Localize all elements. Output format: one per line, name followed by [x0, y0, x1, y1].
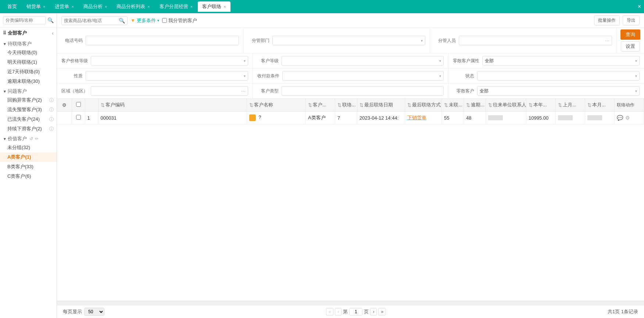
row-more-icon[interactable]: ⚙	[625, 115, 630, 121]
filter-more-conditions[interactable]: ▼ 更多条件 ▾	[130, 17, 159, 24]
table-header-no-contact[interactable]: ⇅未联...	[442, 99, 464, 112]
export-button[interactable]: 导出	[623, 15, 640, 25]
filter-cell-region: 区域（地区） ···	[57, 84, 253, 98]
table-header-this-month[interactable]: ⇅本月...	[585, 99, 615, 112]
first-page-button[interactable]: «	[326, 308, 334, 315]
retail-attr-select[interactable]: 全部 ▾	[482, 56, 640, 66]
nav-tab-analysis[interactable]: 商品分析 ×	[79, 1, 111, 12]
sidebar-item-7days-pending[interactable]: 近7天待联络(0)	[0, 67, 57, 77]
query-button[interactable]: 查询	[620, 29, 640, 40]
table-header-last-month[interactable]: ⇅上月...	[556, 99, 585, 112]
query-buttons-cell: 查询 设置	[617, 28, 644, 53]
person-filter-dots[interactable]: ···	[605, 38, 609, 43]
table-header-contact[interactable]: ⇅联络...	[335, 99, 357, 112]
dept-filter-select[interactable]: ▾	[272, 36, 426, 45]
region-dots[interactable]: ···	[241, 88, 246, 94]
filter-cell-price-tier: 客户价格等级 ▾	[57, 53, 253, 68]
table-gear-icon[interactable]: ⚙	[62, 102, 67, 108]
customer-tier-label: 客户等级	[257, 58, 279, 64]
sales-tab-label: 销货单	[26, 3, 41, 10]
setting-button[interactable]: 设置	[621, 41, 640, 52]
window-close-icon[interactable]: ×	[638, 3, 641, 10]
sidebar-item-repurchase-abnormal[interactable]: 回购异常客户(2) ⓘ	[0, 95, 57, 105]
analysis-tab-close[interactable]: ×	[105, 4, 107, 9]
sidebar-item-declining[interactable]: 持续下滑客户(2) ⓘ	[0, 124, 57, 134]
my-customer-checkbox[interactable]	[162, 18, 167, 23]
sidebar-item-today-pending[interactable]: 今天待联络(0)	[0, 48, 57, 57]
last-page-button[interactable]: »	[378, 308, 386, 315]
customer-tier-tab-close[interactable]: ×	[190, 4, 193, 9]
table-header-this-year[interactable]: ⇅本年...	[526, 99, 556, 112]
analysis-list-tab-close[interactable]: ×	[147, 4, 150, 9]
nav-tab-customer-tier[interactable]: 客户分层经营 ×	[155, 1, 197, 12]
sidebar-item-class-c[interactable]: C类客户(6)	[0, 172, 57, 181]
home-tab-label: 首页	[7, 3, 17, 10]
payment-select[interactable]: ▾	[282, 71, 444, 81]
sidebar-item-overdue-contact[interactable]: 逾期未联络(30)	[0, 77, 57, 86]
customer-tier-arrow: ▾	[439, 59, 441, 63]
page-size-select[interactable]: 50 10 20 100	[84, 308, 104, 316]
next-page-button[interactable]: ›	[370, 308, 377, 315]
table-header-overdue[interactable]: ⇅逾期...	[464, 99, 486, 112]
sidebar-item-class-a[interactable]: A类客户(1)	[0, 152, 57, 162]
row-last-method[interactable]: 下销货单	[407, 115, 426, 120]
phone-input-field[interactable]	[88, 38, 236, 43]
nav-tab-purchase[interactable]: 进货单 ×	[50, 1, 78, 12]
nav-tab-customer-contact[interactable]: 客户联络 ×	[198, 1, 230, 12]
customer-type-label: 客户类型	[257, 88, 279, 94]
row-checkbox[interactable]	[76, 115, 81, 120]
price-tier-select[interactable]: ▾	[91, 56, 248, 66]
table-header-last-date[interactable]: ⇅最后联络日期	[357, 99, 405, 112]
sidebar-item-churn-warning[interactable]: 流失预警客户(3) ⓘ	[0, 105, 57, 114]
row-num: 1	[87, 115, 90, 121]
prev-page-button[interactable]: ‹	[335, 308, 341, 315]
sort-icon-code: ⇅	[101, 102, 105, 108]
my-customer-filter: 我分管的客户	[162, 17, 197, 24]
retail-customer-select[interactable]: 全部 ▾	[477, 86, 640, 96]
phone-filter-label: 电话号码	[61, 38, 83, 44]
sidebar-collapse-button[interactable]: ‹	[52, 30, 54, 36]
sidebar-group-value[interactable]: ▼ 价值客户 ↺ ✏	[0, 134, 57, 143]
value-group-refresh-icon[interactable]: ↺	[29, 136, 33, 141]
purchase-tab-close[interactable]: ×	[71, 4, 74, 9]
horizontal-scrollbar[interactable]	[57, 301, 644, 305]
row-message-icon[interactable]: 💬	[617, 115, 623, 121]
sidebar-item-ungrouped[interactable]: 未分组(32)	[0, 143, 57, 152]
sidebar-item-churned[interactable]: 已流失客户(24) ⓘ	[0, 114, 57, 124]
sidebar-item-tomorrow-pending[interactable]: 明天待联络(1)	[0, 57, 57, 67]
table-header-code[interactable]: ⇅客户编码	[98, 99, 247, 112]
filter-search-input[interactable]	[64, 18, 117, 23]
table-header-gear[interactable]: ⚙	[57, 99, 72, 112]
table-select-all-checkbox[interactable]	[76, 102, 81, 107]
sidebar-group-problem[interactable]: ▼ 问题客户	[0, 86, 57, 95]
nav-tab-home[interactable]: 首页	[3, 1, 21, 12]
table-header-last-method[interactable]: ⇅最后联络方式	[405, 99, 442, 112]
value-group-edit-icon[interactable]: ✏	[35, 136, 39, 141]
filter-cell-customer-tier: 客户等级 ▾	[253, 53, 449, 68]
page-input[interactable]	[349, 308, 362, 315]
customer-type-input[interactable]	[282, 86, 444, 96]
customer-color-tag	[249, 114, 256, 121]
region-input[interactable]: ···	[91, 86, 248, 96]
person-filter-input[interactable]: ···	[459, 36, 612, 45]
customer-contact-tab-close[interactable]: ×	[223, 4, 226, 9]
table-header-company-contacts[interactable]: ⇅往来单位联系人	[486, 99, 526, 112]
table-header-type[interactable]: ⇅客户...	[306, 99, 335, 112]
table-header-name[interactable]: ⇅客户名称	[247, 99, 306, 112]
customer-tier-select[interactable]: ▾	[282, 56, 444, 66]
sales-tab-close[interactable]: ×	[43, 4, 45, 9]
phone-filter-input[interactable]	[86, 36, 239, 45]
nature-select[interactable]: ▾	[86, 71, 248, 81]
sidebar-group-pending[interactable]: ▼ 待联络客户	[0, 39, 57, 48]
retail-customer-label: 零散客户	[453, 88, 474, 94]
filter-search-icon[interactable]: 🔍	[119, 18, 125, 24]
sidebar-all-customers-header[interactable]: ⠿ 全部客户 ‹	[0, 28, 57, 39]
sidebar-search-input[interactable]	[3, 16, 46, 24]
batch-operation-button[interactable]: 批量操作	[594, 15, 620, 25]
status-select[interactable]: ▾	[477, 71, 640, 81]
nav-tab-sales[interactable]: 销货单 ×	[22, 1, 50, 12]
sidebar-search-icon[interactable]: 🔍	[47, 17, 54, 23]
nav-tab-analysis-list[interactable]: 商品分析列表 ×	[112, 1, 154, 12]
sidebar-item-class-b[interactable]: B类客户(33)	[0, 162, 57, 172]
sort-icon-this-month: ⇅	[587, 102, 591, 108]
